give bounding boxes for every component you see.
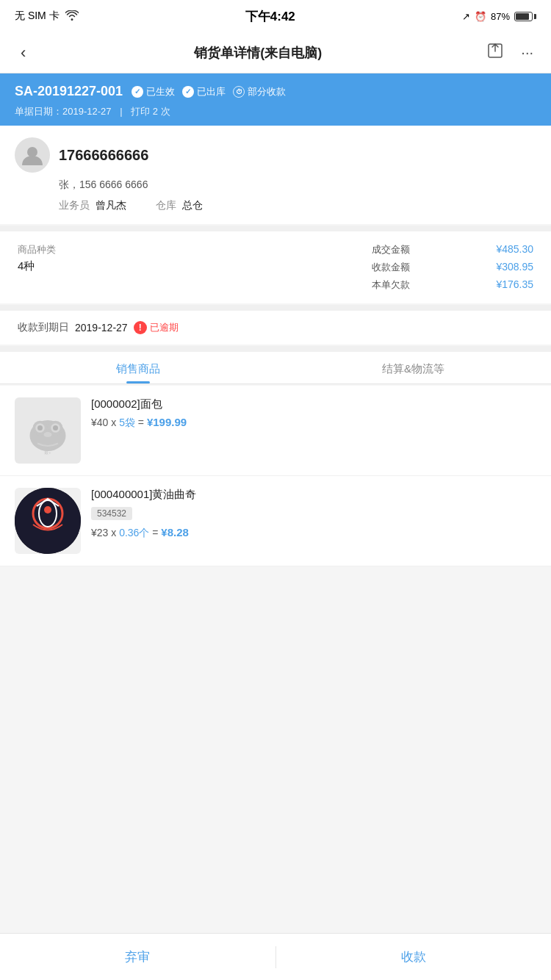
customer-avatar [15,137,50,173]
products-section: 最+ [0000002]面包 ¥40 x 5袋 = ¥199.99 [0,386,551,566]
status-shipped-label: 已出库 [197,85,226,98]
svg-text:最+: 最+ [44,450,51,455]
svg-point-7 [37,425,43,430]
battery-icon [514,12,536,21]
product-info-2: [000400001]黄油曲奇 534532 ¥23 x 0.36个 = ¥8.… [91,488,536,540]
due-section: 收款到期日 2019-12-27 ! 已逾期 [0,311,551,345]
product-price-row-2: ¥23 x 0.36个 = ¥8.28 [91,526,536,540]
warehouse-value: 总仓 [182,199,203,211]
deal-row: 成交金额 ¥485.30 [372,243,533,256]
type-value: 4种 [18,259,56,273]
status-bar: 无 SIM 卡 下午4:42 ↗ ⏰ 87% [0,0,551,32]
customer-contact: 张，156 6666 6666 [15,179,536,192]
tab-sales-label: 销售商品 [116,362,160,375]
product-name-1: [0000002]面包 [91,397,536,411]
received-row: 收款金额 ¥308.95 [372,261,533,274]
salesperson-label: 业务员 [59,199,90,211]
customer-phone: 17666666666 [59,147,148,164]
product-badge-2: 534532 [91,507,132,520]
customer-section: 17666666666 张，156 6666 6666 业务员 曾凡杰 仓库 总… [0,126,551,224]
product-logo-2 [15,488,81,554]
owed-value: ¥176.35 [496,278,533,292]
confirm-button[interactable]: 收款 [276,934,552,980]
alarm-icon: ⏰ [475,11,486,22]
tabs-section: 销售商品 结算&物流等 [0,352,551,384]
overdue-icon: ! [134,321,147,334]
summary-section: 商品种类 4种 成交金额 ¥485.30 收款金额 ¥308.95 本单欠款 ¥… [0,231,551,303]
status-tags: ✓ 已生效 ✓ 已出库 ⏱ 部分收款 [132,85,286,98]
cancel-label: 弃审 [125,948,150,965]
status-left: 无 SIM 卡 [15,10,79,23]
deal-label: 成交金额 [372,243,410,256]
product-item-2: [000400001]黄油曲奇 534532 ¥23 x 0.36个 = ¥8.… [0,476,551,566]
product-qty-2: 0.36个 [119,527,149,538]
order-id: SA-20191227-001 [15,84,123,99]
bottom-bar: 弃审 收款 [0,933,551,980]
overdue-badge: ! 已逾期 [134,321,179,334]
product-qty-1: 5袋 [119,417,135,428]
salesperson-field: 业务员 曾凡杰 [59,199,126,212]
svg-point-1 [27,147,37,157]
divider-2 [0,305,551,311]
product-info-1: [0000002]面包 ¥40 x 5袋 = ¥199.99 [91,397,536,430]
nav-bar: ‹ 销货单详情(来自电脑) ··· [0,32,551,73]
warehouse-field: 仓库 总仓 [156,199,203,212]
product-item: 最+ [0000002]面包 ¥40 x 5袋 = ¥199.99 [0,386,551,476]
bottom-spacer [0,566,551,625]
owed-row: 本单欠款 ¥176.35 [372,278,533,292]
tab-settlement[interactable]: 结算&物流等 [276,352,551,383]
product-price-row-1: ¥40 x 5袋 = ¥199.99 [91,416,536,430]
check-icon-active: ✓ [132,86,143,98]
overdue-text: 已逾期 [150,321,179,334]
status-partial-label: 部分收款 [248,85,286,98]
order-header: SA-20191227-001 ✓ 已生效 ✓ 已出库 ⏱ 部分收款 单据日期：… [0,73,551,126]
tabs-row: 销售商品 结算&物流等 [0,352,551,384]
customer-meta: 业务员 曾凡杰 仓库 总仓 [15,199,536,212]
salesperson-value: 曾凡杰 [96,199,126,211]
tab-settlement-label: 结算&物流等 [382,362,444,375]
product-price-2: ¥23 [91,527,108,538]
received-label: 收款金额 [372,261,410,274]
owed-label: 本单欠款 [372,278,410,292]
carrier-label: 无 SIM 卡 [15,10,60,23]
product-thumbnail-1: 最+ [15,397,81,464]
status-tag-partial: ⏱ 部分收款 [233,85,286,98]
check-icon-shipped: ✓ [182,86,194,98]
nav-title: 销货单详情(来自电脑) [194,44,322,62]
back-button[interactable]: ‹ [15,37,32,68]
svg-point-8 [53,425,58,430]
nav-actions: ··· [484,40,536,65]
status-tag-active: ✓ 已生效 [132,85,175,98]
tab-sales-products[interactable]: 销售商品 [0,352,276,383]
more-button[interactable]: ··· [518,41,536,64]
product-total-1: ¥199.99 [147,416,187,428]
product-name-2: [000400001]黄油曲奇 [91,488,536,502]
product-price-1: ¥40 [91,417,108,428]
wifi-icon [65,10,79,23]
due-label: 收款到期日 [18,321,69,334]
status-time: 下午4:42 [245,8,295,25]
clock-icon: ⏱ [233,86,245,98]
product-total-2: ¥8.28 [161,526,189,538]
location-icon: ↗ [462,11,470,22]
type-label: 商品种类 [18,243,56,256]
received-value: ¥308.95 [496,261,533,274]
divider-1 [0,226,551,231]
due-date-value: 2019-12-27 [75,322,128,334]
status-tag-shipped: ✓ 已出库 [182,85,226,98]
summary-right: 成交金额 ¥485.30 收款金额 ¥308.95 本单欠款 ¥176.35 [372,243,533,292]
warehouse-label: 仓库 [156,199,176,211]
deal-value: ¥485.30 [496,243,533,256]
summary-grid: 商品种类 4种 成交金额 ¥485.30 收款金额 ¥308.95 本单欠款 ¥… [18,243,533,292]
status-active-label: 已生效 [146,85,175,98]
battery-percent: 87% [491,11,510,22]
summary-left: 商品种类 4种 [18,243,56,273]
confirm-label: 收款 [401,948,426,965]
divider-3 [0,346,551,352]
share-button[interactable] [484,40,506,65]
order-date: 单据日期：2019-12-27 | 打印 2 次 [15,105,536,118]
product-thumbnail-2 [15,488,81,554]
svg-point-14 [44,506,51,514]
cancel-button[interactable]: 弃审 [0,934,276,980]
status-right: ↗ ⏰ 87% [462,11,536,22]
